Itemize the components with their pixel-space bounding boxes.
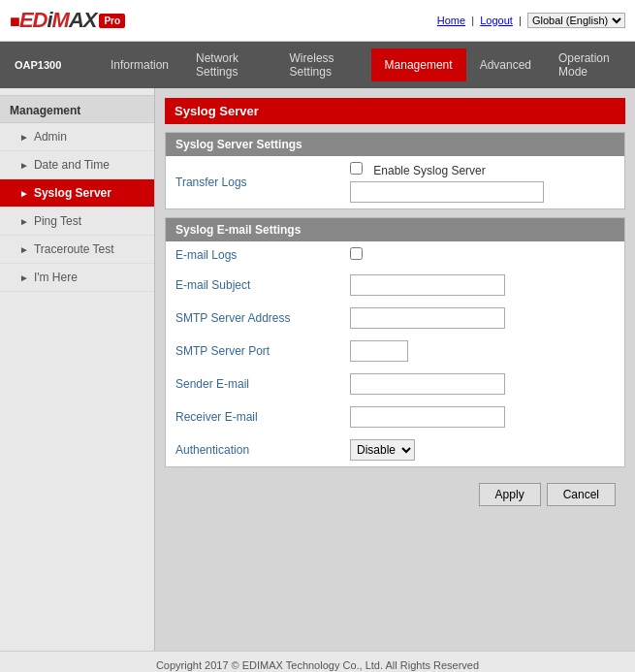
authentication-control: Disable xyxy=(340,433,624,466)
header: ■EDiMAX Pro Home | Logout | Global (Engl… xyxy=(0,0,635,42)
email-subject-control xyxy=(340,269,624,302)
email-subject-label: E-mail Subject xyxy=(166,269,340,302)
nav-advanced[interactable]: Advanced xyxy=(466,48,545,81)
sidebar: Management ► Admin ► Date and Time ► Sys… xyxy=(0,88,155,651)
email-logs-row: E-mail Logs xyxy=(166,241,624,269)
sidebar-item-ping[interactable]: ► Ping Test xyxy=(0,208,154,236)
sender-email-label: Sender E-mail xyxy=(166,368,340,400)
smtp-address-control xyxy=(340,302,624,335)
email-logs-label: E-mail Logs xyxy=(166,241,340,269)
arrow-icon: ► xyxy=(19,244,29,255)
content-wrapper: Management ► Admin ► Date and Time ► Sys… xyxy=(0,88,635,651)
logo-edimax: ■EDiMAX xyxy=(10,8,96,33)
authentication-row: Authentication Disable xyxy=(166,433,624,466)
sender-email-row: Sender E-mail xyxy=(166,368,624,400)
sidebar-section: Management xyxy=(0,95,154,123)
smtp-address-input[interactable] xyxy=(350,307,505,329)
nav-information[interactable]: Information xyxy=(97,48,182,81)
sender-email-input[interactable] xyxy=(350,373,505,395)
receiver-email-input[interactable] xyxy=(350,406,505,428)
arrow-icon: ► xyxy=(19,188,29,199)
sidebar-item-label-ping: Ping Test xyxy=(34,214,81,228)
arrow-icon: ► xyxy=(19,160,29,171)
page-title: Syslog Server xyxy=(165,98,625,124)
smtp-port-row: SMTP Server Port xyxy=(166,335,624,368)
email-settings-section: Syslog E-mail Settings E-mail Logs E-mai… xyxy=(165,217,625,467)
enable-syslog-label: Enable Syslog Server xyxy=(373,164,485,177)
email-settings-table: E-mail Logs E-mail Subject SMTP Server A… xyxy=(166,241,624,466)
nav-network-settings[interactable]: Network Settings xyxy=(182,42,276,88)
logo: ■EDiMAX Pro xyxy=(10,8,125,33)
smtp-port-label: SMTP Server Port xyxy=(166,335,340,368)
sidebar-item-label-traceroute: Traceroute Test xyxy=(34,242,114,256)
smtp-port-input[interactable] xyxy=(350,340,408,362)
sidebar-item-label-syslog: Syslog Server xyxy=(34,186,111,200)
syslog-server-section: Syslog Server Settings Transfer Logs Ena… xyxy=(165,132,625,209)
smtp-address-row: SMTP Server Address xyxy=(166,302,624,335)
receiver-email-label: Receiver E-mail xyxy=(166,400,340,433)
logo-pro: Pro xyxy=(99,14,125,28)
authentication-label: Authentication xyxy=(166,433,340,466)
logout-link[interactable]: Logout xyxy=(480,15,513,26)
sidebar-item-imhere[interactable]: ► I'm Here xyxy=(0,264,154,292)
sidebar-item-label-admin: Admin xyxy=(34,130,67,144)
email-subject-row: E-mail Subject xyxy=(166,269,624,302)
model-name: OAP1300 xyxy=(0,59,97,71)
cancel-button[interactable]: Cancel xyxy=(547,483,616,506)
sidebar-item-admin[interactable]: ► Admin xyxy=(0,123,154,151)
smtp-port-control xyxy=(340,335,624,368)
nav-operation-mode[interactable]: Operation Mode xyxy=(545,42,635,88)
apply-button[interactable]: Apply xyxy=(479,483,541,506)
sender-email-control xyxy=(340,368,624,400)
enable-syslog-checkbox[interactable] xyxy=(350,162,363,175)
email-settings-header: Syslog E-mail Settings xyxy=(166,218,624,241)
syslog-server-table: Transfer Logs Enable Syslog Server xyxy=(166,156,624,208)
arrow-icon: ► xyxy=(19,272,29,283)
button-row: Apply Cancel xyxy=(165,475,625,514)
header-links: Home | Logout | Global (English) xyxy=(437,13,625,28)
nav-management[interactable]: Management xyxy=(371,48,466,81)
footer-text: Copyright 2017 © EDIMAX Technology Co., … xyxy=(156,659,479,671)
transfer-logs-controls: Enable Syslog Server xyxy=(340,156,624,208)
transfer-logs-row: Transfer Logs Enable Syslog Server xyxy=(166,156,624,208)
email-logs-checkbox[interactable] xyxy=(350,247,363,260)
sidebar-item-traceroute[interactable]: ► Traceroute Test xyxy=(0,236,154,264)
email-logs-control xyxy=(340,241,624,269)
arrow-icon: ► xyxy=(19,132,29,143)
nav-wireless-settings[interactable]: Wireless Settings xyxy=(276,42,371,88)
home-link[interactable]: Home xyxy=(437,15,465,26)
sidebar-item-label-imhere: I'm Here xyxy=(34,271,78,284)
footer: Copyright 2017 © EDIMAX Technology Co., … xyxy=(0,651,635,672)
email-subject-input[interactable] xyxy=(350,274,505,296)
smtp-address-label: SMTP Server Address xyxy=(166,302,340,335)
language-select[interactable]: Global (English) xyxy=(527,13,625,28)
transfer-logs-label: Transfer Logs xyxy=(166,156,340,208)
receiver-email-control xyxy=(340,400,624,433)
sidebar-item-date-time[interactable]: ► Date and Time xyxy=(0,151,154,179)
main-content: Syslog Server Syslog Server Settings Tra… xyxy=(155,88,635,651)
receiver-email-row: Receiver E-mail xyxy=(166,400,624,433)
arrow-icon: ► xyxy=(19,216,29,227)
authentication-select[interactable]: Disable xyxy=(350,439,415,461)
syslog-server-header: Syslog Server Settings xyxy=(166,133,624,156)
syslog-server-ip-input[interactable] xyxy=(350,181,544,203)
sidebar-item-label-datetime: Date and Time xyxy=(34,158,110,172)
sidebar-item-syslog[interactable]: ► Syslog Server xyxy=(0,179,154,208)
top-navigation: OAP1300 Information Network Settings Wir… xyxy=(0,42,635,88)
